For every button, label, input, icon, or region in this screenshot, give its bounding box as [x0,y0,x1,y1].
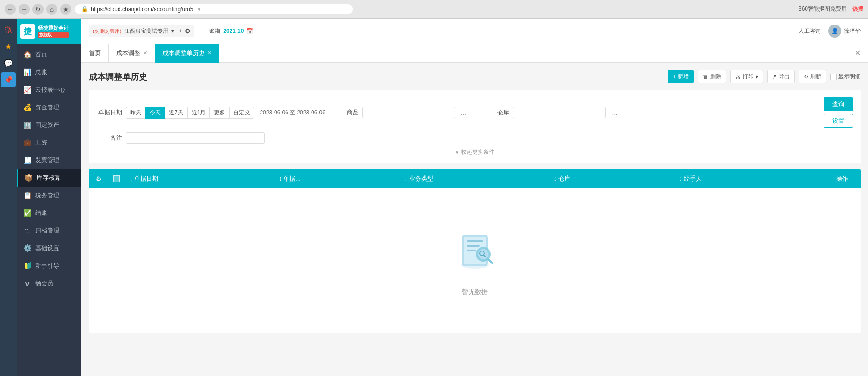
tab-home[interactable]: 首页 [81,44,109,63]
company-selector[interactable]: (勿删勿禁用) 江西服宝测试专用 ▾ + ⚙ [89,25,194,37]
th-date[interactable]: ↕ 单据日期 [125,169,274,188]
empty-state: 暂无数据 [89,188,861,333]
sidebar-nav: 🏠 首页 📊 总账 📈 云报表中心 💰 资金管理 🏢 固定资产 💼 工资 [17,44,81,376]
th-type[interactable]: ↕ 业务类型 [400,169,549,188]
query-button[interactable]: 查询 [824,97,853,111]
logo-text: 畅捷通好会计 旗舰版 [38,25,69,38]
icon-bar-star[interactable]: ★ [1,39,16,54]
th-handler-label: ↕ 经手人 [679,175,702,183]
nav-buttons: ← → ↻ ⌂ ★ [5,4,71,15]
archive-icon: 🗂 [23,227,31,235]
page-title: 成本调整单历史 [89,71,147,82]
sidebar-item-inventory[interactable]: 📦 库存核算 [17,169,81,187]
sidebar-item-funds[interactable]: 💰 资金管理 [17,99,81,116]
delete-button[interactable]: 🗑 删除 [698,70,726,83]
show-detail-label: 显示明细 [838,73,861,81]
new-button[interactable]: + 新增 [668,70,694,83]
calendar-icon[interactable]: 📅 [246,28,253,34]
th-num[interactable]: ↕ 单据... [274,169,400,188]
th-settings[interactable]: ⚙ [89,175,108,182]
refresh-button[interactable]: ↻ [32,4,44,15]
filter-warehouse: 仓库 ... [483,107,617,118]
tab-cost-adjust-close[interactable]: ✕ [143,50,147,56]
close-icon: ✅ [23,209,31,217]
date-btn-yesterday[interactable]: 昨天 [126,107,145,119]
sidebar-item-close[interactable]: ✅ 结账 [17,204,81,222]
th-ops: 操作 [824,175,861,183]
settings-icon: ⚙️ [23,244,31,252]
tab-cost-history-close[interactable]: ✕ [207,50,212,56]
sidebar-item-reports[interactable]: 📈 云报表中心 [17,81,81,99]
close-all-icon[interactable]: ✕ [855,49,861,57]
remark-input[interactable] [126,132,265,144]
filter-remark: 备注 [96,132,265,144]
bookmark-button[interactable]: ★ [60,4,71,15]
sidebar-item-tax[interactable]: 📋 税务管理 [17,187,81,204]
tab-cost-history[interactable]: 成本调整单历史 ✕ [155,44,219,63]
sidebar-item-ledger[interactable]: 📊 总账 [17,63,81,81]
export-icon: ↗ [772,74,777,80]
th-handler[interactable]: ↕ 经手人 [674,169,824,188]
salary-icon: 💼 [23,138,31,147]
goods-input[interactable] [362,107,455,118]
sidebar-label-vip: 畅会员 [35,279,53,288]
sidebar: 捷 畅捷通好会计 旗舰版 🏠 首页 📊 总账 📈 云报表中心 💰 资金管 [17,19,81,376]
sidebar-item-guide[interactable]: 🔰 新手引导 [17,257,81,275]
collapse-label: 收起更多条件 [461,148,494,156]
period-info: 账期 2021-10 📅 [209,27,253,35]
date-range-text: 2023-06-06 至 2023-06-06 [260,109,325,117]
back-button[interactable]: ← [5,4,16,15]
home-button[interactable]: ⌂ [46,4,57,15]
refresh-button[interactable]: ↻ 刷新 [799,70,826,83]
delete-label: 删除 [710,73,721,81]
sidebar-item-vip[interactable]: V 畅会员 [17,275,81,292]
svg-rect-4 [467,245,480,247]
tab-cost-adjust[interactable]: 成本调整 ✕ [109,44,155,63]
settings-small-icon: ⚙ [185,27,191,35]
date-btn-today[interactable]: 今天 [145,107,165,119]
goods-dots[interactable]: ... [461,108,467,117]
service-label[interactable]: 人工咨询 [799,27,821,35]
set-button[interactable]: 设置 [824,114,853,128]
th-warehouse[interactable]: ↕ 仓库 [549,169,674,188]
sidebar-item-settings[interactable]: ⚙️ 基础设置 [17,239,81,257]
collapse-btn[interactable]: ∧ 收起更多条件 [96,148,853,156]
th-select-all[interactable] [113,175,120,182]
show-detail-checkbox[interactable] [830,74,837,80]
filter-actions: 查询 设置 [824,97,853,128]
remark-filter-label: 备注 [96,134,122,142]
warehouse-input[interactable] [513,107,606,118]
user-profile[interactable]: 👤 徐泽华 [828,25,861,38]
sidebar-label-ledger: 总账 [35,68,47,76]
date-btn-7days[interactable]: 近7天 [165,107,187,119]
date-btn-more[interactable]: 更多 [210,107,229,119]
search-label[interactable]: 360智能抠图免费用 [799,5,847,13]
sidebar-item-assets[interactable]: 🏢 固定资产 [17,116,81,134]
export-button[interactable]: ↗ 导出 [767,70,795,83]
th-type-label: ↕ 业务类型 [405,175,433,183]
th-num-label: ↕ 单据... [279,175,300,183]
icon-bar-active[interactable]: 📌 [1,72,16,87]
icon-bar-weibo[interactable]: 微 [1,22,16,37]
sidebar-label-close: 结账 [35,209,47,217]
icon-bar-msg[interactable]: 💬 [1,56,16,70]
sidebar-label-funds: 资金管理 [35,103,59,112]
sidebar-item-archive[interactable]: 🗂 归档管理 [17,222,81,239]
th-checkbox[interactable] [108,175,125,182]
username: 徐泽华 [844,27,861,35]
table-header: ⚙ ↕ 单据日期 ↕ 单据... ↕ 业务类型 ↕ 仓库 [89,169,861,188]
th-warehouse-label: ↕ 仓库 [553,175,570,183]
print-button[interactable]: 🖨 打印 ▾ [730,70,763,83]
sidebar-item-invoice[interactable]: 🧾 发票管理 [17,151,81,169]
address-bar[interactable]: 🔒 https://cloud.chanjet.com/accounting/u… [75,4,353,14]
company-dropdown-icon: ▾ [171,28,174,34]
forward-button[interactable]: → [19,4,30,15]
svg-rect-5 [467,250,476,251]
sidebar-item-home[interactable]: 🏠 首页 [17,46,81,63]
date-btn-custom[interactable]: 自定义 [229,107,254,119]
sidebar-item-salary[interactable]: 💼 工资 [17,134,81,151]
user-avatar: 👤 [828,25,841,38]
warehouse-dots[interactable]: ... [611,108,617,117]
delete-icon: 🗑 [703,74,708,80]
date-btn-1month[interactable]: 近1月 [187,107,210,119]
